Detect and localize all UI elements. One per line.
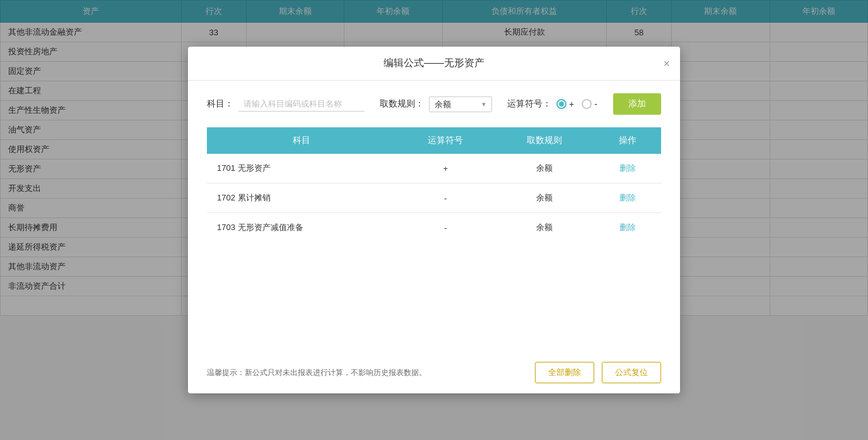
cell-action: 删除: [594, 154, 661, 183]
formula-table-area: 科目运算符号取数规则操作 1701 无形资产+余额删除1702 累计摊销-余额删…: [188, 127, 680, 352]
cell-operator: +: [396, 154, 495, 183]
cell-subject: 1702 累计摊销: [207, 183, 396, 213]
modal-overlay: 编辑公式——无形资产 × 科目： 取数规则： 余额借方贷方借方发生额贷方发生额 …: [0, 0, 868, 440]
table-row: 1702 累计摊销-余额删除: [207, 183, 661, 213]
add-button[interactable]: 添加: [613, 93, 661, 115]
cell-subject: 1703 无形资产减值准备: [207, 213, 396, 243]
operator-minus-option[interactable]: -: [582, 99, 597, 109]
rule-select-wrapper: 余额借方贷方借方发生额贷方发生额 ▼: [429, 96, 492, 112]
delete-row-button[interactable]: 删除: [619, 222, 636, 233]
operator-radio-group: + -: [556, 99, 597, 109]
delete-row-button[interactable]: 删除: [619, 192, 636, 204]
cell-rule: 余额: [495, 183, 594, 213]
operator-group: 运算符号： + -: [507, 98, 597, 110]
cell-rule: 余额: [495, 213, 594, 243]
rule-label: 取数规则：: [380, 98, 424, 110]
modal-header: 编辑公式——无形资产 ×: [188, 47, 680, 81]
subject-label: 科目：: [207, 98, 233, 110]
cell-operator: -: [396, 183, 495, 213]
cell-subject: 1701 无形资产: [207, 154, 396, 183]
formula-table: 科目运算符号取数规则操作 1701 无形资产+余额删除1702 累计摊销-余额删…: [207, 127, 661, 242]
subject-group: 科目：: [207, 96, 365, 112]
rule-select[interactable]: 余额借方贷方借方发生额贷方发生额: [429, 96, 492, 112]
modal-footer: 温馨提示：新公式只对未出报表进行计算，不影响历史报表数据。 全部删除 公式复位: [188, 352, 680, 393]
cell-action: 删除: [594, 183, 661, 213]
footer-tip: 温馨提示：新公式只对未出报表进行计算，不影响历史报表数据。: [207, 368, 426, 378]
operator-plus-label: +: [569, 99, 574, 109]
delete-all-button[interactable]: 全部删除: [535, 362, 594, 383]
cell-operator: -: [396, 213, 495, 243]
radio-minus-indicator: [582, 99, 592, 109]
reset-formula-button[interactable]: 公式复位: [602, 362, 661, 383]
subject-input[interactable]: [238, 96, 365, 112]
table-row: 1703 无形资产减值准备-余额删除: [207, 213, 661, 243]
radio-plus-indicator: [556, 99, 566, 109]
modal-title: 编辑公式——无形资产: [384, 57, 484, 70]
cell-rule: 余额: [495, 154, 594, 183]
cell-action: 删除: [594, 213, 661, 243]
operator-label: 运算符号：: [507, 98, 551, 110]
rule-group: 取数规则： 余额借方贷方借方发生额贷方发生额 ▼: [380, 96, 492, 112]
operator-plus-option[interactable]: +: [556, 99, 574, 109]
form-row: 科目： 取数规则： 余额借方贷方借方发生额贷方发生额 ▼ 运算符号： +: [188, 81, 680, 127]
edit-formula-modal: 编辑公式——无形资产 × 科目： 取数规则： 余额借方贷方借方发生额贷方发生额 …: [188, 47, 680, 393]
close-button[interactable]: ×: [663, 58, 670, 69]
operator-minus-label: -: [594, 99, 597, 109]
footer-actions: 全部删除 公式复位: [535, 362, 661, 383]
table-row: 1701 无形资产+余额删除: [207, 154, 661, 183]
delete-row-button[interactable]: 删除: [619, 163, 636, 174]
